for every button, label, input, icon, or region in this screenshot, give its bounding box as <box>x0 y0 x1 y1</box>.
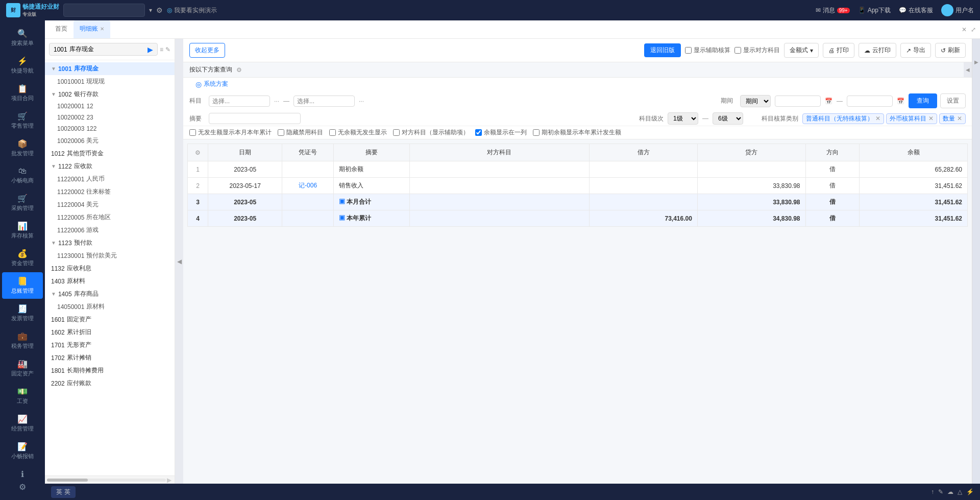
export-btn[interactable]: ↗ 导出 <box>900 43 931 58</box>
tree-hscrollbar[interactable]: ▶ <box>45 475 175 484</box>
refresh-btn[interactable]: ↺ 刷新 <box>935 43 966 58</box>
filter-tag-0-close[interactable]: ✕ <box>875 115 880 122</box>
checkbox-opening-ytd[interactable]: 期初余额显示本年累计发生额 <box>533 128 621 137</box>
query-btn[interactable]: 查询 <box>909 93 937 108</box>
tree-item-11220005[interactable]: 11220005 所在地区 <box>45 211 175 224</box>
checkbox-no-amount[interactable]: 无发生额显示本月本年累计 <box>189 128 272 137</box>
filter-settings-icon[interactable]: ⚙ <box>236 66 242 74</box>
tree-item-10020003[interactable]: 10020003 122 <box>45 123 175 134</box>
tree-item-10020002[interactable]: 10020002 23 <box>45 112 175 123</box>
settings-btn[interactable]: 设置 <box>940 93 966 108</box>
status-icon-up[interactable]: ↑ <box>931 488 934 495</box>
online-service-action[interactable]: 💬 在线客服 <box>899 6 933 15</box>
sidebar-item-funds[interactable]: 💰 资金管理 <box>2 245 43 271</box>
tree-item-10020006[interactable]: 10020006 美元 <box>45 134 175 147</box>
show-counterparty-checkbox-label[interactable]: 显示对方科目 <box>734 46 780 55</box>
date-to-input[interactable]: 2023-05 <box>847 96 893 107</box>
checkbox-counterpart[interactable]: 对方科目（显示辅助项） <box>393 128 469 137</box>
sidebar-item-operations[interactable]: 📈 经营管理 <box>2 410 43 437</box>
sidebar-item-tax[interactable]: 💼 税务管理 <box>2 327 43 354</box>
sidebar-item-ecommerce[interactable]: 🛍 小畅电商 <box>2 162 43 188</box>
tree-item-11220002[interactable]: 11220002 往来标签 <box>45 185 175 198</box>
tree-item-11230001[interactable]: 11230001 预付款美元 <box>45 249 175 262</box>
tree-item-1801[interactable]: 1801 长期待摊费用 <box>45 364 175 377</box>
sidebar-item-settings[interactable]: ⚙ <box>2 478 43 496</box>
sidebar-item-expense[interactable]: 📝 小畅报销 <box>2 438 43 464</box>
sidebar-item-invoice[interactable]: 🧾 发票管理 <box>2 300 43 326</box>
filter-tag-2-close[interactable]: ✕ <box>957 115 962 122</box>
checkbox-balance-one-col-input[interactable] <box>475 129 482 136</box>
checkbox-no-balance[interactable]: 无余额无发生显示 <box>329 128 387 137</box>
tree-item-1122[interactable]: ▼ 1122 应收款 <box>45 160 175 173</box>
sidebar-item-purchase[interactable]: 🛒 采购管理 <box>2 189 43 216</box>
tree-item-11220004[interactable]: 11220004 美元 <box>45 198 175 211</box>
demo-link[interactable]: ◎ 我要看实例演示 <box>167 6 217 15</box>
checkbox-no-balance-input[interactable] <box>329 129 336 136</box>
checkbox-hide-disabled-input[interactable] <box>278 129 284 136</box>
tree-item-1123[interactable]: ▼ 1123 预付款 <box>45 236 175 249</box>
subject-to-input[interactable] <box>293 96 355 107</box>
voucher-link-2[interactable]: 记-006 <box>299 182 317 189</box>
tabbar-resize-icon[interactable]: ⤢ <box>971 26 976 33</box>
tree-scroll-right[interactable]: ▶ <box>166 477 173 484</box>
edit-icon[interactable]: ✎ <box>165 46 170 53</box>
sidebar-item-quicknav[interactable]: ⚡ 快捷导航 <box>2 52 43 79</box>
list-icon[interactable]: ≡ <box>160 46 163 53</box>
tree-item-14050001[interactable]: 14050001 原材料 <box>45 300 175 313</box>
tree-item-10020001[interactable]: 10020001 12 <box>45 101 175 112</box>
checkbox-balance-one-col[interactable]: 余额显示在一列 <box>475 128 527 137</box>
sidebar-item-retail[interactable]: 🛒 零售管理 <box>2 107 43 134</box>
left-panel-collapse-btn[interactable]: ◀ <box>175 39 183 484</box>
show-auxiliary-checkbox[interactable] <box>685 47 692 54</box>
tree-item-1701[interactable]: 1701 无形资产 <box>45 339 175 351</box>
sidebar-item-basic-info[interactable]: ℹ 基础信息 <box>2 465 43 477</box>
td-voucher-2[interactable]: 记-006 <box>282 178 334 194</box>
status-icon-bolt[interactable]: ⚡ <box>966 488 974 495</box>
status-icon-edit[interactable]: ✎ <box>938 488 943 495</box>
sidebar-item-salary[interactable]: 💵 工资 <box>2 383 43 409</box>
show-counterparty-checkbox[interactable] <box>734 47 741 54</box>
message-action[interactable]: ✉ 消息 99+ <box>816 6 850 15</box>
collapse-more-btn[interactable]: 收起更多 <box>189 43 225 58</box>
user-action[interactable]: 用户名 <box>941 4 974 16</box>
tree-item-1601[interactable]: 1601 固定资产 <box>45 313 175 326</box>
topbar-expand-icon[interactable]: ▾ <box>149 7 152 14</box>
sidebar-item-ledger[interactable]: 📒 总账管理 <box>2 272 43 299</box>
subject-more-icon2[interactable]: ··· <box>359 98 364 105</box>
lang-btn[interactable]: 英 英 <box>51 486 76 498</box>
sidebar-item-wholesale[interactable]: 📦 批发管理 <box>2 135 43 161</box>
sidebar-item-inventory[interactable]: 📊 库存核算 <box>2 217 43 244</box>
tree-item-10010001[interactable]: 10010001 现现现 <box>45 75 175 88</box>
tree-item-1405[interactable]: ▼ 1405 库存商品 <box>45 288 175 300</box>
system-scheme-label[interactable]: 系统方案 <box>204 80 228 88</box>
amount-format-btn[interactable]: 金额式 ▾ <box>784 43 819 58</box>
tree-item-11220001[interactable]: 11220001 人民币 <box>45 173 175 185</box>
date-from-input[interactable]: 2023-05 <box>775 96 821 107</box>
show-auxiliary-checkbox-label[interactable]: 显示辅助核算 <box>685 46 730 55</box>
table-gear-icon[interactable]: ⚙ <box>195 149 201 156</box>
tree-item-1132[interactable]: 1132 应收利息 <box>45 262 175 275</box>
filter-tag-1-close[interactable]: ✕ <box>928 115 934 122</box>
tab-detail-ledger[interactable]: 明细账 ✕ <box>74 20 110 38</box>
filter-collapse-right[interactable]: ◀ <box>964 62 972 77</box>
tree-item-11220006[interactable]: 11220006 游戏 <box>45 224 175 236</box>
subject-more-icon[interactable]: ··· <box>274 98 279 105</box>
topbar-search-input[interactable] <box>63 4 145 17</box>
sidebar-item-search[interactable]: 🔍 搜索菜单 <box>2 25 43 51</box>
th-gear[interactable]: ⚙ <box>188 144 208 161</box>
right-panel-collapse[interactable]: ▶ <box>972 39 980 484</box>
tab-close-icon[interactable]: ✕ <box>100 26 104 32</box>
tree-item-1001[interactable]: ▼ 1001 库存现金 <box>45 62 175 75</box>
checkbox-counterpart-input[interactable] <box>393 129 400 136</box>
summary-input[interactable] <box>209 113 301 124</box>
subject-input[interactable] <box>209 96 270 107</box>
tabbar-close-icon[interactable]: ✕ <box>962 26 967 33</box>
cloud-print-btn[interactable]: ☁ 云打印 <box>859 43 896 58</box>
account-selector[interactable]: 1001 库存现金 ▶ <box>49 43 158 56</box>
date-calendar-icon1[interactable]: 📅 <box>825 98 832 105</box>
sidebar-item-project[interactable]: 📋 项目合同 <box>2 80 43 106</box>
tree-item-1403[interactable]: 1403 原材料 <box>45 275 175 288</box>
tree-item-2202[interactable]: 2202 应付账款 <box>45 377 175 390</box>
period-type-select[interactable]: 期间 <box>740 95 771 107</box>
print-btn[interactable]: 🖨 打印 <box>823 43 854 58</box>
